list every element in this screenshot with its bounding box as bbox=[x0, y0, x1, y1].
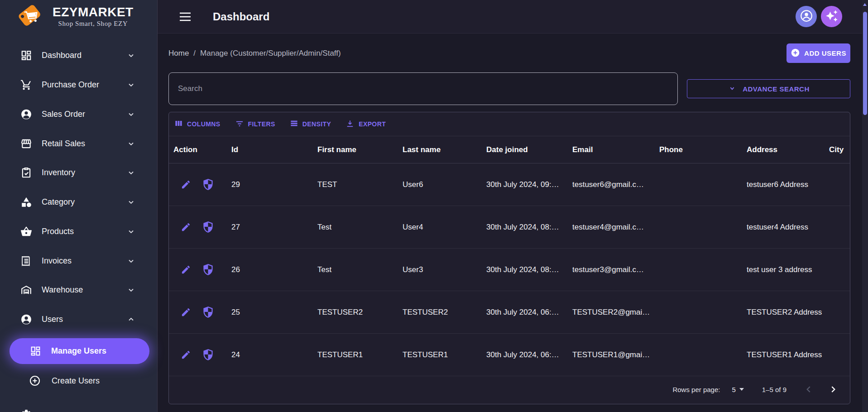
page-title: Dashboard bbox=[213, 10, 269, 23]
sparkles-icon bbox=[825, 10, 838, 24]
shield-button[interactable] bbox=[202, 263, 214, 276]
column-header-address[interactable]: Address bbox=[742, 145, 825, 154]
column-header-date-joined[interactable]: Date joined bbox=[482, 145, 568, 154]
add-users-button[interactable]: ADD USERS bbox=[786, 43, 850, 63]
sidebar-item-users[interactable]: Users bbox=[0, 305, 158, 334]
chevron-down-icon bbox=[126, 50, 136, 60]
menu-icon[interactable] bbox=[178, 10, 192, 24]
columns-button[interactable]: COLUMNS bbox=[174, 119, 221, 129]
breadcrumb: Home / Manage (Customer/Supplier/Admin/S… bbox=[168, 49, 341, 58]
column-header-action[interactable]: Action bbox=[169, 145, 227, 154]
cell-id: 26 bbox=[227, 265, 313, 274]
cell-last-name: TESTUSER1 bbox=[398, 350, 482, 359]
cell-first-name: TESTUSER2 bbox=[313, 308, 398, 317]
filter-icon bbox=[235, 119, 244, 129]
table-row: 26 Test User3 30th July 2024, 08:… testu… bbox=[169, 249, 850, 291]
next-page-button[interactable] bbox=[827, 383, 839, 395]
breadcrumb-home[interactable]: Home bbox=[168, 49, 189, 58]
sidebar-item-invoices[interactable]: Invoices bbox=[0, 246, 158, 275]
sidebar-item-purchase-order[interactable]: Purchase Order bbox=[0, 70, 158, 99]
shield-button[interactable] bbox=[202, 349, 214, 361]
sidebar-item-settings[interactable]: Settings bbox=[0, 404, 158, 412]
edit-button[interactable] bbox=[181, 350, 191, 360]
search-input[interactable] bbox=[168, 72, 678, 105]
cell-id: 25 bbox=[227, 308, 313, 317]
cell-id: 29 bbox=[227, 180, 313, 189]
sidebar-item-inventory[interactable]: Inventory bbox=[0, 158, 158, 187]
page-scrollbar[interactable] bbox=[862, 0, 868, 412]
columns-icon bbox=[174, 119, 183, 129]
scrollbar-thumb[interactable] bbox=[863, 12, 867, 115]
cell-first-name: Test bbox=[313, 223, 398, 232]
account-circle-icon bbox=[20, 108, 32, 120]
cell-id: 27 bbox=[227, 223, 313, 232]
table-row: 25 TESTUSER2 TESTUSER2 30th July 2024, 0… bbox=[169, 291, 850, 334]
cell-address: TESTUSER1 Address bbox=[742, 350, 825, 359]
column-header-city[interactable]: City bbox=[825, 145, 850, 154]
cell-email: testuser6@gmail.c… bbox=[568, 180, 655, 189]
edit-button[interactable] bbox=[181, 179, 191, 190]
column-header-email[interactable]: Email bbox=[568, 145, 655, 154]
chevron-down-icon bbox=[126, 197, 136, 207]
cell-first-name: Test bbox=[313, 265, 398, 274]
sidebar-item-warehouse[interactable]: Warehouse bbox=[0, 275, 158, 304]
sidebar-item-sales-order[interactable]: Sales Order bbox=[0, 100, 158, 129]
chevron-down-icon bbox=[126, 168, 136, 177]
column-header-phone[interactable]: Phone bbox=[655, 145, 742, 154]
table-row: 29 TEST User6 30th July 2024, 09:… testu… bbox=[169, 163, 850, 206]
main-content: Home / Manage (Customer/Supplier/Admin/S… bbox=[158, 34, 868, 412]
brand-tagline: Shop Smart, Shop EZY bbox=[58, 20, 128, 28]
cell-address: testuser6 Address bbox=[742, 180, 825, 189]
cell-first-name: TESTUSER1 bbox=[313, 350, 398, 359]
cell-id: 24 bbox=[227, 350, 313, 359]
shield-button[interactable] bbox=[202, 221, 214, 233]
sidebar-item-category[interactable]: Category bbox=[0, 187, 158, 216]
sidebar-item-dashboard[interactable]: Dashboard bbox=[0, 41, 158, 70]
export-button[interactable]: EXPORT bbox=[345, 119, 386, 129]
column-header-last-name[interactable]: Last name bbox=[398, 145, 482, 154]
account-circle-icon bbox=[20, 313, 32, 326]
sidebar-item-manage-users[interactable]: Manage Users bbox=[10, 338, 149, 364]
shield-button[interactable] bbox=[202, 306, 214, 318]
basket-icon bbox=[20, 225, 32, 238]
chevron-down-icon bbox=[126, 139, 136, 149]
breadcrumb-current: Manage (Customer/Supplier/Admin/Staff) bbox=[200, 49, 341, 58]
shield-button[interactable] bbox=[202, 178, 214, 191]
filters-button[interactable]: FILTERS bbox=[235, 119, 275, 129]
ai-assistant-button[interactable] bbox=[821, 6, 842, 27]
sidebar-item-create-users[interactable]: Create Users bbox=[0, 369, 158, 393]
brand-logo[interactable]: EZYMARKET Shop Smart, Shop EZY bbox=[0, 0, 157, 32]
rows-per-page-select[interactable]: 5 bbox=[732, 386, 743, 393]
account-button[interactable] bbox=[796, 6, 817, 27]
cell-last-name: User3 bbox=[398, 265, 482, 274]
chevron-down-icon bbox=[126, 109, 136, 119]
scroll-up-arrow-icon[interactable] bbox=[863, 3, 867, 6]
plus-circle-icon bbox=[29, 375, 41, 387]
dashboard-icon bbox=[30, 345, 42, 357]
table-row: 27 Test User4 30th July 2024, 08:… testu… bbox=[169, 206, 850, 249]
topbar: Dashboard bbox=[158, 0, 868, 34]
cell-date-joined: 30th July 2024, 08:… bbox=[482, 223, 568, 232]
column-header-id[interactable]: Id bbox=[227, 145, 313, 154]
previous-page-button[interactable] bbox=[803, 383, 815, 395]
column-header-first-name[interactable]: First name bbox=[313, 145, 398, 154]
density-icon bbox=[290, 119, 298, 129]
edit-button[interactable] bbox=[181, 307, 191, 317]
sidebar-item-retail-sales[interactable]: Retail Sales bbox=[0, 129, 158, 158]
pagination-range: 1–5 of 9 bbox=[762, 386, 786, 393]
users-table-panel: COLUMNS FILTERS DENSITY EXPORT Action Id bbox=[168, 112, 850, 404]
chevron-down-icon bbox=[728, 84, 737, 94]
cell-date-joined: 30th July 2024, 06:… bbox=[482, 308, 568, 317]
density-button[interactable]: DENSITY bbox=[290, 119, 331, 129]
brand-logo-icon bbox=[15, 1, 50, 32]
edit-button[interactable] bbox=[181, 222, 191, 232]
sidebar-item-products[interactable]: Products bbox=[0, 217, 158, 246]
cell-email: TESTUSER1@gmai… bbox=[568, 350, 655, 359]
table-row: 24 TESTUSER1 TESTUSER1 30th July 2024, 0… bbox=[169, 334, 850, 376]
person-icon bbox=[800, 9, 813, 24]
clipboard-check-icon bbox=[20, 167, 32, 179]
cell-address: test user 3 address bbox=[742, 265, 825, 274]
edit-button[interactable] bbox=[181, 264, 191, 275]
advance-search-button[interactable]: ADVANCE SEARCH bbox=[687, 79, 850, 98]
rows-per-page-label: Rows per page: bbox=[672, 386, 720, 393]
